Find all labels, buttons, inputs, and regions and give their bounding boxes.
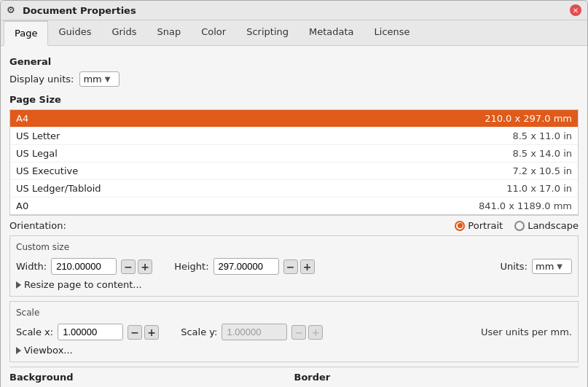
titlebar: ⚙ Document Properties ✕ [1,1,587,20]
window-icon: ⚙ [7,4,18,16]
landscape-label: Landscape [528,220,579,231]
height-stepper: − + [283,259,315,274]
dropdown-arrow-icon: ▼ [105,75,111,83]
scale-x-field-group: Scale x: − + [16,324,159,340]
viewbox-row[interactable]: Viewbox... [16,345,572,356]
tab-page[interactable]: Page [4,20,48,46]
page-size-name: US Legal [16,148,512,159]
width-label: Width: [16,261,47,272]
scale-y-field-group: Scale y: − + [181,324,323,340]
scale-x-label: Scale x: [16,327,53,337]
scale-y-stepper: − + [291,325,323,340]
page-size-row[interactable]: US Ledger/Tabloid 11.0 x 17.0 in [10,180,578,198]
scale-row: Scale x: − + Scale y: − + User units per [16,324,572,340]
page-size-row[interactable]: US Legal 8.5 x 14.0 in [10,145,578,163]
page-size-row[interactable]: US Executive 7.2 x 10.5 in [10,163,578,180]
custom-size-title: Custom size [16,242,572,252]
scale-x-increment-button[interactable]: + [144,325,159,340]
page-size-dim: 7.2 x 10.5 in [512,165,572,176]
border-label: Border [294,372,579,383]
portrait-option[interactable]: Portrait [455,220,503,231]
landscape-option[interactable]: Landscape [514,220,579,231]
page-size-dim: 11.0 x 17.0 in [506,183,572,194]
landscape-radio[interactable] [514,221,525,231]
scale-y-increment-button: + [308,325,323,340]
units-value: mm [536,261,554,272]
page-size-heading: Page Size [9,94,579,105]
expand-triangle-icon [16,281,21,289]
display-units-row: Display units: mm ▼ [9,71,579,87]
orientation-label: Orientation: [9,220,455,231]
portrait-radio[interactable] [455,221,465,231]
height-input[interactable] [213,258,279,275]
width-field-group: Width: − + [16,258,152,275]
background-label: Background [9,372,294,383]
display-units-dropdown[interactable]: mm ▼ [79,71,119,87]
units-group: Units: mm ▼ [500,259,572,274]
scale-title: Scale [16,308,572,318]
orientation-options: Portrait Landscape [455,220,579,231]
page-size-dim: 8.5 x 11.0 in [512,130,572,141]
viewbox-expand-icon [16,347,21,354]
width-stepper: − + [121,259,152,274]
tab-guides[interactable]: Guides [48,20,101,45]
scale-x-input[interactable] [58,324,123,340]
page-size-row[interactable]: US Letter 8.5 x 11.0 in [10,128,578,145]
tab-metadata[interactable]: Metadata [299,20,364,45]
width-decrement-button[interactable]: − [121,259,136,274]
resize-page-row[interactable]: Resize page to content... [16,279,572,290]
page-size-list: A4 210.0 x 297.0 mm US Letter 8.5 x 11.0… [9,109,579,215]
custom-size-row: Width: − + Height: − + Units: [16,258,572,275]
user-units-label: User units per mm. [481,327,572,337]
close-button[interactable]: ✕ [570,4,581,16]
portrait-label: Portrait [468,220,503,231]
units-dropdown[interactable]: mm ▼ [532,259,572,274]
width-input[interactable] [51,258,117,275]
scale-y-label: Scale y: [181,327,217,337]
page-size-dim: 841.0 x 1189.0 mm [479,200,572,211]
scale-y-decrement-button: − [291,325,306,340]
bottom-row: Background Border [9,367,579,383]
page-size-name: A4 [16,113,485,124]
tab-license[interactable]: License [364,20,420,45]
scale-section: Scale Scale x: − + Scale y: − + [9,301,579,362]
page-content: General Display units: mm ▼ Page Size A4… [1,46,587,387]
scale-x-stepper: − + [128,325,159,340]
page-size-name: US Executive [16,165,512,176]
page-size-section: Page Size A4 210.0 x 297.0 mm US Letter … [9,94,579,215]
height-increment-button[interactable]: + [300,259,315,274]
height-label: Height: [174,261,208,272]
tab-scripting[interactable]: Scripting [236,20,299,45]
scale-y-input [222,324,287,340]
display-units-value: mm [83,74,101,85]
tab-snap[interactable]: Snap [147,20,192,45]
tab-bar: Page Guides Grids Snap Color Scripting M… [1,20,587,46]
height-decrement-button[interactable]: − [283,259,298,274]
orientation-row: Orientation: Portrait Landscape [9,215,579,235]
display-units-label: Display units: [9,74,74,85]
tab-grids[interactable]: Grids [101,20,146,45]
units-dropdown-arrow-icon: ▼ [557,262,562,270]
width-increment-button[interactable]: + [138,259,152,274]
page-size-name: US Ledger/Tabloid [16,183,506,194]
custom-size-section: Custom size Width: − + Height: − + [9,235,579,297]
page-size-row[interactable]: A4 210.0 x 297.0 mm [10,110,578,128]
document-properties-window: ⚙ Document Properties ✕ Page Guides Grid… [0,0,588,387]
page-size-name: A0 [16,200,479,211]
units-label: Units: [500,261,528,272]
radio-dot [458,223,463,228]
resize-page-label: Resize page to content... [24,279,142,290]
page-size-name: US Letter [16,130,512,141]
window-title: Document Properties [23,5,565,16]
tab-color[interactable]: Color [191,20,236,45]
page-size-row[interactable]: A0 841.0 x 1189.0 mm [10,198,578,214]
scale-x-decrement-button[interactable]: − [128,325,142,340]
viewbox-label: Viewbox... [24,345,73,356]
general-heading: General [9,56,579,67]
height-field-group: Height: − + [174,258,314,275]
page-size-dim: 210.0 x 297.0 mm [485,113,572,124]
page-size-dim: 8.5 x 14.0 in [512,148,572,159]
